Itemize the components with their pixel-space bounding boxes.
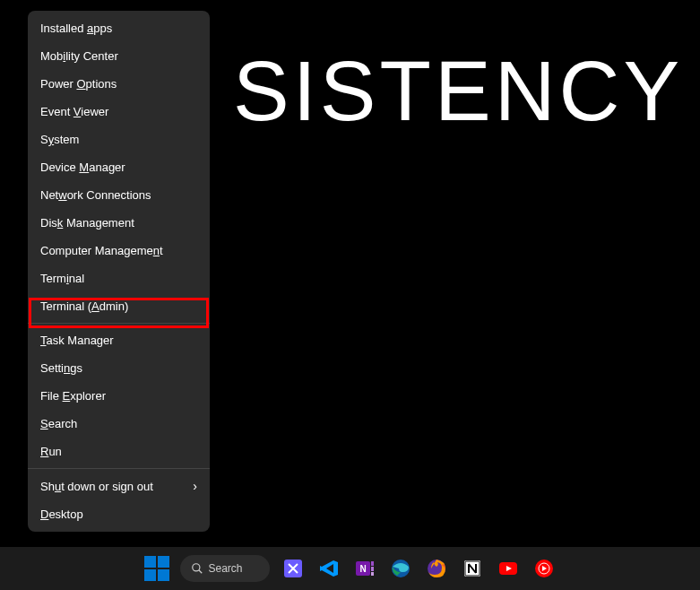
svg-rect-6: [371, 567, 374, 571]
svg-line-1: [198, 570, 202, 574]
menu-item-label: Terminal: [40, 272, 84, 285]
menu-separator: [28, 468, 210, 469]
menu-item-label: File Explorer: [40, 389, 106, 403]
menu-item-label: Device Manager: [40, 161, 125, 174]
start-button[interactable]: [144, 556, 169, 581]
menu-item-run[interactable]: Run: [28, 438, 210, 465]
taskbar-firefox-icon[interactable]: [424, 556, 449, 581]
svg-text:N: N: [359, 564, 366, 574]
menu-item-file-explorer[interactable]: File Explorer: [28, 382, 210, 410]
menu-item-search[interactable]: Search: [28, 410, 210, 438]
edge-icon: [390, 558, 411, 579]
notion-icon: [462, 558, 483, 579]
menu-item-disk-management[interactable]: Disk Management: [28, 209, 210, 237]
svg-point-0: [192, 564, 199, 571]
menu-item-label: Installed apps: [40, 22, 112, 35]
menu-item-label: Settings: [40, 361, 82, 375]
menu-item-label: Network Connections: [40, 188, 151, 202]
desktop-wallpaper-text: SISTENCY: [233, 43, 683, 140]
menu-item-label: Search: [40, 417, 77, 430]
menu-item-label: Run: [40, 445, 62, 458]
menu-item-label: Desktop: [40, 508, 83, 521]
menu-item-label: Terminal (Admin): [40, 299, 128, 313]
menu-item-computer-management[interactable]: Computer Management: [28, 237, 210, 265]
menu-item-task-manager[interactable]: Task Manager: [28, 326, 210, 354]
menu-item-terminal[interactable]: Terminal: [28, 265, 210, 292]
menu-item-label: Mobility Center: [40, 49, 118, 63]
svg-rect-5: [371, 561, 374, 566]
winx-context-menu: Installed appsMobility CenterPower Optio…: [28, 11, 210, 532]
youtube-icon: [497, 558, 519, 579]
menu-separator: [28, 323, 210, 324]
chevron-right-icon: ›: [193, 479, 197, 493]
menu-item-label: Computer Management: [40, 244, 163, 257]
menu-item-label: Event Viewer: [40, 105, 108, 118]
menu-item-power-options[interactable]: Power Options: [28, 70, 210, 98]
menu-item-event-viewer[interactable]: Event Viewer: [28, 98, 210, 126]
taskbar-youtube-music-icon[interactable]: [531, 556, 557, 581]
menu-item-installed-apps[interactable]: Installed apps: [28, 14, 210, 42]
taskbar-vscode-icon[interactable]: [316, 556, 341, 581]
menu-item-network-connections[interactable]: Network Connections: [28, 181, 210, 209]
taskbar-onenote-icon[interactable]: N: [352, 556, 377, 581]
menu-item-settings[interactable]: Settings: [28, 354, 210, 382]
menu-item-device-manager[interactable]: Device Manager: [28, 153, 210, 181]
taskbar-app-icon-1[interactable]: [281, 556, 306, 581]
menu-item-label: Task Manager: [40, 334, 114, 347]
taskbar: Search N: [0, 547, 700, 590]
vscode-icon: [318, 558, 340, 579]
menu-item-label: Power Options: [40, 77, 117, 91]
taskbar-youtube-icon[interactable]: [496, 556, 521, 581]
app-icon: [282, 558, 304, 579]
taskbar-search-box[interactable]: Search: [180, 555, 270, 582]
taskbar-edge-icon[interactable]: [388, 556, 413, 581]
menu-item-label: Disk Management: [40, 216, 134, 230]
menu-item-label: System: [40, 133, 79, 146]
menu-item-shut-down-or-sign-out[interactable]: Shut down or sign out›: [28, 472, 210, 500]
menu-item-mobility-center[interactable]: Mobility Center: [28, 42, 210, 70]
firefox-icon: [426, 558, 447, 579]
svg-rect-7: [371, 572, 374, 576]
menu-item-system[interactable]: System: [28, 126, 210, 153]
search-icon: [191, 562, 203, 575]
taskbar-notion-icon[interactable]: [460, 556, 485, 581]
search-placeholder-text: Search: [209, 562, 243, 575]
menu-item-terminal-admin[interactable]: Terminal (Admin): [28, 292, 210, 320]
onenote-icon: N: [354, 558, 376, 579]
menu-item-label: Shut down or sign out: [40, 480, 153, 493]
menu-item-desktop[interactable]: Desktop: [28, 500, 210, 528]
youtube-music-icon: [533, 558, 555, 579]
